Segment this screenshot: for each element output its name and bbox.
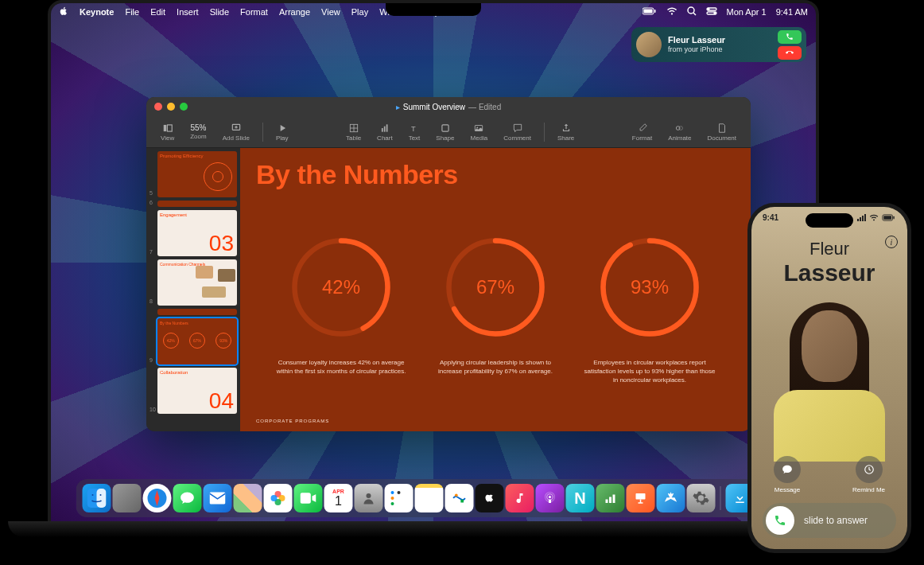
dock-reminders-icon[interactable] xyxy=(385,484,413,512)
fullscreen-window-button[interactable] xyxy=(180,103,188,111)
wifi-icon[interactable] xyxy=(666,7,677,17)
toolbar-view-button[interactable]: View xyxy=(154,123,181,142)
accept-call-button[interactable] xyxy=(778,30,802,44)
toolbar-shape-button[interactable]: Shape xyxy=(429,123,460,142)
battery-icon[interactable] xyxy=(643,7,657,17)
ring-1-desc[interactable]: Consumer loyalty increases 42% on averag… xyxy=(270,358,413,376)
slide-thumb-6[interactable]: 6 xyxy=(149,201,237,207)
menu-date[interactable]: Mon Apr 1 xyxy=(727,7,767,17)
svg-rect-50 xyxy=(609,497,611,504)
apple-menu-icon[interactable] xyxy=(59,6,68,18)
dock-facetime-icon[interactable] xyxy=(294,484,323,512)
dock-appstore-icon[interactable] xyxy=(657,484,685,512)
slide-navigator[interactable]: 5Promoting Efficiency 6 7Engagement03 8C… xyxy=(146,148,240,431)
menu-time[interactable]: 9:41 AM xyxy=(776,7,808,17)
dock-freeform-icon[interactable] xyxy=(445,484,474,512)
menu-app-name[interactable]: Keynote xyxy=(80,7,114,17)
dock-podcasts-icon[interactable] xyxy=(536,484,565,512)
ring-2[interactable]: 67% Applying circular leadership is show… xyxy=(424,236,567,385)
toolbar-format-button[interactable]: Format xyxy=(626,123,658,142)
slide-thumb-section[interactable] xyxy=(149,309,237,315)
toolbar-chart-button[interactable]: Chart xyxy=(371,123,399,142)
ring-3[interactable]: 93% Employees in circular workplaces rep… xyxy=(578,236,721,385)
menu-arrange[interactable]: Arrange xyxy=(279,7,310,17)
dynamic-island xyxy=(806,213,853,228)
slide-thumb-10[interactable]: 10Collaboration04 xyxy=(149,368,237,414)
dock-calendar-icon[interactable]: APR1 xyxy=(324,484,353,512)
battery-icon xyxy=(882,214,896,221)
spotlight-icon[interactable] xyxy=(687,6,697,18)
dock-keynote-icon[interactable] xyxy=(627,484,655,512)
control-center-icon[interactable] xyxy=(706,7,717,17)
dock-launchpad-icon[interactable] xyxy=(113,484,142,512)
svg-rect-19 xyxy=(386,124,388,131)
minimize-window-button[interactable] xyxy=(167,103,175,111)
caller-name: Fleur Lasseur xyxy=(668,35,771,45)
menu-file[interactable]: File xyxy=(125,7,139,17)
cellular-signal-icon xyxy=(857,214,866,221)
slide-footer[interactable]: CORPORATE PROGRAMS xyxy=(256,419,329,423)
slide-thumb-7[interactable]: 7Engagement03 xyxy=(149,210,237,256)
dock-tv-icon[interactable] xyxy=(476,484,504,512)
toolbar-table-button[interactable]: Table xyxy=(340,123,367,142)
dock-numbers-icon[interactable] xyxy=(596,484,625,512)
window-titlebar[interactable]: ▸ Summit Overview — Edited xyxy=(146,97,751,116)
menu-edit[interactable]: Edit xyxy=(150,7,165,17)
slide-title[interactable]: By the Numbers xyxy=(256,159,458,190)
caller-name-display: Fleur Lasseur xyxy=(751,239,907,286)
dock-contacts-icon[interactable] xyxy=(355,484,383,512)
close-window-button[interactable] xyxy=(154,103,162,111)
message-action[interactable]: Message xyxy=(774,456,801,493)
incoming-call-notification[interactable]: Fleur Lasseur from your iPhone xyxy=(631,27,806,62)
menu-bar-left: Keynote File Edit Insert Slide Format Ar… xyxy=(59,6,440,18)
decline-call-button[interactable] xyxy=(778,46,802,60)
dock-music-icon[interactable] xyxy=(506,484,534,512)
menu-slide[interactable]: Slide xyxy=(210,7,229,17)
svg-point-46 xyxy=(549,496,551,498)
menu-format[interactable]: Format xyxy=(240,7,268,17)
slide-thumb-5[interactable]: 5Promoting Efficiency xyxy=(149,151,237,197)
ring-3-desc[interactable]: Employees in circular workplaces report … xyxy=(578,358,721,385)
slide-thumb-8[interactable]: 8Communication Channels xyxy=(149,259,237,306)
dock-news-icon[interactable]: N xyxy=(566,484,595,512)
dock-messages-icon[interactable] xyxy=(173,484,202,512)
svg-point-43 xyxy=(367,493,371,498)
remind-me-action[interactable]: Remind Me xyxy=(852,456,885,493)
svg-rect-62 xyxy=(893,216,894,220)
slide-canvas[interactable]: By the Numbers 42% Consumer loyalty incr… xyxy=(240,148,751,431)
dock-maps-icon[interactable] xyxy=(234,484,262,512)
dock-photos-icon[interactable] xyxy=(264,484,293,512)
dock-mail-icon[interactable] xyxy=(204,484,232,512)
ring-2-desc[interactable]: Applying circular leadership is shown to… xyxy=(424,358,567,376)
menu-view[interactable]: View xyxy=(321,7,340,17)
svg-point-3 xyxy=(688,7,694,14)
toolbar-share-button[interactable]: Share xyxy=(551,123,580,142)
slide-thumb-9[interactable]: 9By the Numbers42%67%93% xyxy=(149,318,237,364)
toolbar-zoom-dropdown[interactable]: 55%Zoom xyxy=(184,123,212,140)
toolbar-play-button[interactable]: Play xyxy=(270,123,295,142)
menu-play[interactable]: Play xyxy=(351,7,368,17)
dock-finder-icon[interactable] xyxy=(83,484,111,512)
toolbar-animate-button[interactable]: Animate xyxy=(662,123,697,142)
caller-first-name: Fleur xyxy=(751,239,907,259)
toolbar-media-button[interactable]: Media xyxy=(464,123,494,142)
toolbar-add-slide-button[interactable]: Add Slide xyxy=(216,123,256,142)
dock-settings-icon[interactable] xyxy=(687,484,716,512)
keynote-window: ▸ Summit Overview — Edited View 55%Zoom … xyxy=(146,97,751,431)
document-icon: ▸ xyxy=(396,103,400,111)
toolbar-text-button[interactable]: TText xyxy=(402,123,427,142)
svg-point-8 xyxy=(714,13,716,14)
message-label: Message xyxy=(775,486,800,493)
ring-1[interactable]: 42% Consumer loyalty increases 42% on av… xyxy=(270,236,413,385)
ring-1-label: 42% xyxy=(289,236,393,339)
toolbar-comment-button[interactable]: Comment xyxy=(497,123,538,142)
document-status: — Edited xyxy=(468,103,501,111)
dock-notes-icon[interactable] xyxy=(415,484,444,512)
toolbar-document-button[interactable]: Document xyxy=(701,123,743,142)
dock-safari-icon[interactable] xyxy=(143,484,172,512)
menu-insert[interactable]: Insert xyxy=(177,7,199,17)
slide-to-answer[interactable]: slide to answer xyxy=(763,503,896,538)
traffic-lights xyxy=(154,103,188,111)
answer-knob[interactable] xyxy=(766,506,794,535)
svg-rect-21 xyxy=(442,124,448,131)
